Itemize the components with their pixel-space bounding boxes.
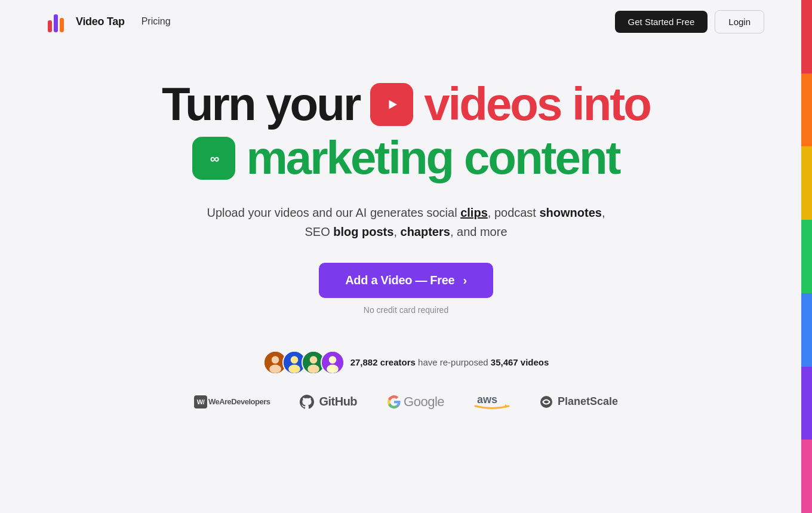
social-text-mid: have re-purposed [418,357,491,367]
svg-point-9 [288,364,300,373]
nav-right: Get Started Free Login [615,10,764,33]
headline-row2: ∞ marketing content [162,133,650,184]
get-started-button[interactable]: Get Started Free [615,11,708,33]
turn-your-text: Turn your [162,79,359,130]
wad-label: WeAreDevelopers [208,397,270,406]
hero-subtitle: Upload your videos and our AI generates … [203,203,609,241]
social-count-text: 27,882 creators have re-purposed 35,467 … [350,357,549,367]
videos-text: videos into [424,79,650,130]
subtitle-clips: clips [460,206,488,219]
subtitle-shownotes: shownotes [540,206,602,219]
logo-bar-3 [60,18,64,32]
logo-google: Google [387,394,444,410]
svg-text:aws: aws [477,394,497,406]
wad-icon: W/ [194,395,207,408]
avatar-img-4 [322,352,343,373]
cta-arrow: › [463,274,466,287]
headline-row1: Turn your videos into [162,79,650,130]
subtitle-chapters: chapters [401,225,450,238]
creators-count: 27,882 creators [350,357,416,367]
no-credit-text: No credit card required [364,305,448,315]
infinity-icon-badge: ∞ [192,137,235,180]
brand-name: Video Tap [76,16,125,28]
svg-point-8 [290,356,298,364]
subtitle-comma: , [393,225,397,238]
logo-bar-2 [54,14,58,32]
nav-link-pricing[interactable]: Pricing [137,14,176,29]
infinity-icon: ∞ [202,146,226,170]
logo-planetscale: PlanetScale [540,395,618,408]
svg-point-11 [309,356,317,364]
logo-aws: aws [474,391,510,413]
github-label: GitHub [319,395,357,408]
marketing-content-text: marketing content [246,133,619,184]
aws-icon: aws [474,391,510,413]
navbar: Video Tap Pricing Get Started Free Login [0,0,812,43]
avatars-group [263,351,345,374]
subtitle-mid1: , podcast [488,206,536,219]
logo-wearedevelopers: W/ WeAreDevelopers [194,395,270,408]
cta-label: Add a Video — Free [345,274,454,287]
planetscale-label: PlanetScale [558,395,618,408]
google-icon [387,395,401,409]
add-video-button[interactable]: Add a Video — Free › [319,263,493,298]
logo-icon [48,11,64,32]
logo-bar-1 [48,20,52,32]
login-button[interactable]: Login [715,10,764,33]
nav-left: Video Tap Pricing [48,11,176,32]
subtitle-pre: Upload your videos and our AI generates … [207,206,457,219]
svg-point-20 [540,396,552,408]
avatars-row: 27,882 creators have re-purposed 35,467 … [263,351,549,374]
hero-section: Turn your videos into ∞ marketing conten… [0,43,812,437]
planetscale-icon [540,395,553,408]
social-proof: 27,882 creators have re-purposed 35,467 … [170,351,642,413]
video-play-icon [381,94,402,115]
video-icon-badge [370,83,413,126]
svg-point-15 [327,364,339,373]
edge-stripe [801,0,812,513]
svg-text:W/: W/ [197,398,205,406]
logo-github: GitHub [300,395,357,409]
avatar-4 [321,351,345,374]
subtitle-end: , and more [450,225,508,238]
svg-point-5 [271,356,279,364]
github-icon [300,395,314,409]
google-label: Google [404,394,444,410]
logos-row: W/ WeAreDevelopers GitHub [170,391,642,413]
videos-count: 35,467 videos [491,357,549,367]
subtitle-blogposts: blog posts [333,225,393,238]
svg-point-14 [328,356,336,364]
svg-point-6 [269,364,281,373]
hero-headline: Turn your videos into ∞ marketing conten… [162,79,650,184]
svg-point-12 [307,364,319,373]
